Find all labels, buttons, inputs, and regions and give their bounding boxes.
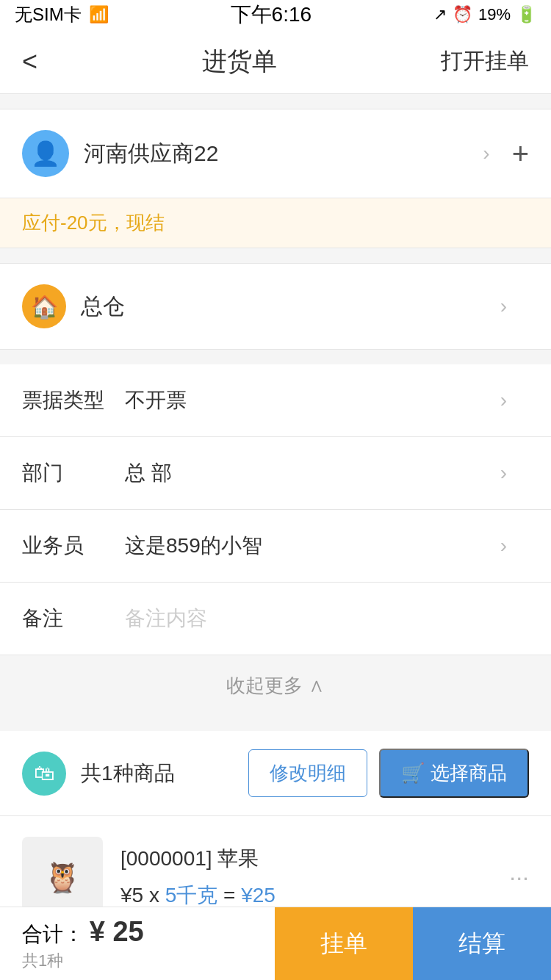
edit-detail-button[interactable]: 修改明细 (248, 749, 367, 797)
total-label-row: 合计： ¥ 25 (22, 916, 253, 948)
bottom-bar: 合计： ¥ 25 共1种 挂单 结算 (0, 907, 551, 980)
cart-icon: 🛒 (401, 762, 425, 785)
product-thumbnail: 🦉 (22, 837, 103, 918)
select-product-label: 选择商品 (431, 760, 507, 786)
products-header: 🛍 共1种商品 修改明细 🛒 选择商品 (0, 731, 551, 816)
product-name: [0000001] 苹果 (120, 845, 509, 873)
product-total: ¥25 (241, 884, 276, 907)
page-title: 进货单 (202, 45, 277, 79)
checkout-button[interactable]: 结算 (413, 907, 551, 981)
department-row[interactable]: 部门 总 部 › (0, 437, 551, 510)
supplier-avatar-icon: 👤 (31, 140, 60, 167)
warehouse-section: 🏠 总仓 › (0, 263, 551, 350)
status-right: ↗ ⏰ 19% 🔋 (433, 5, 536, 24)
carrier-text: 无SIM卡 (15, 3, 82, 26)
remark-row[interactable]: 备注 备注内容 (0, 583, 551, 655)
warehouse-name: 总仓 (81, 292, 500, 322)
invoice-label: 票据类型 (22, 386, 110, 414)
product-quantity: 5千克 (165, 884, 218, 907)
remark-input[interactable]: 备注内容 (110, 605, 529, 633)
salesman-chevron-icon: › (500, 534, 507, 558)
battery-text: 19% (478, 5, 511, 24)
warehouse-row[interactable]: 🏠 总仓 › (0, 264, 551, 349)
invoice-value: 不开票 (110, 386, 500, 414)
products-icon: 🛍 (22, 752, 66, 796)
invoice-row[interactable]: 票据类型 不开票 › (0, 364, 551, 437)
product-code: [0000001] (120, 847, 212, 870)
total-label: 合计： (22, 923, 84, 945)
time-text: 下午6:16 (231, 1, 312, 29)
supplier-name: 河南供应商22 (84, 139, 483, 169)
alarm-icon: ⏰ (453, 5, 472, 24)
status-bar: 无SIM卡 📶 下午6:16 ↗ ⏰ 19% 🔋 (0, 0, 551, 29)
products-count: 共1种商品 (81, 760, 248, 788)
battery-icon: 🔋 (516, 5, 536, 24)
supplier-row[interactable]: 👤 河南供应商22 › + (0, 109, 551, 198)
add-button[interactable]: + (512, 137, 529, 170)
collapse-button[interactable]: 收起更多 ∧ (0, 655, 551, 716)
shopping-bag-icon: 🛍 (34, 761, 54, 785)
product-info: [0000001] 苹果 ¥5 x 5千克 = ¥25 (120, 845, 509, 909)
product-title: 苹果 (217, 847, 259, 870)
product-multiply: x (149, 884, 165, 907)
open-suspend-button[interactable]: 打开挂单 (441, 46, 529, 76)
remark-label: 备注 (22, 605, 110, 633)
supplier-notice: 应付-20元，现结 (0, 198, 551, 248)
suspend-button[interactable]: 挂单 (275, 907, 413, 981)
location-icon: ↗ (433, 5, 447, 24)
nav-bar: < 进货单 打开挂单 (0, 29, 551, 94)
salesman-value: 这是859的小智 (110, 532, 500, 560)
product-equals: = (223, 884, 241, 907)
department-chevron-icon: › (500, 461, 507, 485)
select-product-button[interactable]: 🛒 选择商品 (379, 749, 529, 798)
product-thumb-icon: 🦉 (44, 860, 81, 895)
warehouse-icon: 🏠 (22, 284, 66, 328)
total-section: 合计： ¥ 25 共1种 (0, 916, 275, 972)
supplier-avatar: 👤 (22, 130, 69, 177)
form-section: 票据类型 不开票 › 部门 总 部 › 业务员 这是859的小智 › 备注 备注… (0, 364, 551, 655)
invoice-chevron-icon: › (500, 389, 507, 412)
status-left: 无SIM卡 📶 (15, 3, 109, 26)
back-button[interactable]: < (22, 46, 37, 77)
wifi-icon: 📶 (89, 5, 109, 24)
salesman-label: 业务员 (22, 532, 110, 560)
department-value: 总 部 (110, 459, 500, 487)
warehouse-chevron-icon: › (500, 295, 507, 318)
product-price: ¥5 (120, 884, 143, 907)
total-amount: ¥ 25 (90, 916, 144, 947)
supplier-chevron-icon: › (483, 142, 489, 165)
product-price-row: ¥5 x 5千克 = ¥25 (120, 882, 509, 909)
supplier-section: 👤 河南供应商22 › + 应付-20元，现结 (0, 109, 551, 248)
product-more-button[interactable]: ··· (509, 864, 529, 891)
total-count: 共1种 (22, 950, 253, 972)
salesman-row[interactable]: 业务员 这是859的小智 › (0, 510, 551, 583)
department-label: 部门 (22, 459, 110, 487)
